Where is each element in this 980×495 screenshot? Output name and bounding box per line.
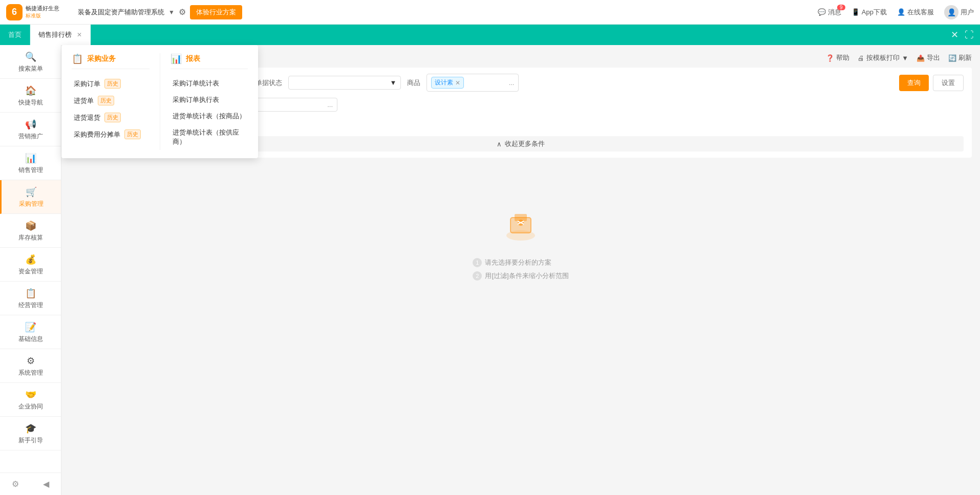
query-button[interactable]: 查询 — [899, 75, 929, 91]
sidebar-item-basic[interactable]: 📝 基础信息 — [0, 315, 61, 349]
sidebar-label-operation: 经营管理 — [18, 301, 43, 310]
tab-close-icon[interactable]: ✕ — [951, 29, 958, 40]
sidebar-item-operation[interactable]: 📋 经营管理 — [0, 282, 61, 315]
top-bar: 6 畅捷通好生意 标准版 装备及固定资产辅助管理系统 ▼ ⚙ 体验行业方案 💬 … — [0, 0, 980, 25]
tab-bar: 首页 销售排行榜 ✕ ✕ ⛶ — [0, 25, 980, 45]
sidebar-label-enterprise: 企业协同 — [18, 402, 43, 411]
sidebar-label-guide: 新手引导 — [18, 436, 43, 445]
report-col-title-text: 报表 — [186, 54, 200, 63]
online-service-button[interactable]: 👤 在线客服 — [897, 8, 934, 17]
status-select[interactable]: ▼ — [288, 76, 401, 90]
menu-item-receipt[interactable]: 进货单 历史 — [72, 92, 150, 109]
system-area: 装备及固定资产辅助管理系统 ▼ ⚙ 体验行业方案 — [78, 5, 818, 19]
sidebar-label-sales: 销售管理 — [18, 166, 43, 175]
enterprise-icon: 🤝 — [25, 389, 36, 400]
menu-item-po-exec[interactable]: 采购订单执行表 — [171, 92, 248, 108]
refresh-button[interactable]: 🔄 刷新 — [948, 53, 972, 62]
sidebar-label-basic: 基础信息 — [18, 335, 43, 343]
sidebar-item-inventory[interactable]: 📦 库存核算 — [0, 214, 61, 248]
tab-home-label: 首页 — [8, 30, 22, 39]
sidebar-item-enterprise[interactable]: 🤝 企业协同 — [0, 383, 61, 417]
logo-text-area: 畅捷通好生意 标准版 — [26, 5, 59, 19]
menu-label-po-exec: 采购订单执行表 — [173, 95, 219, 104]
menu-item-receipt-by-goods[interactable]: 进货单统计表（按商品） — [171, 108, 248, 124]
search-icon: 🔍 — [25, 51, 36, 62]
tab-sales-rank-close[interactable]: ✕ — [77, 31, 82, 38]
user-button[interactable]: 👤 用户 — [944, 5, 974, 19]
sidebar: 🔍 搜索菜单 🏠 快捷导航 📢 营销推广 📊 销售管理 🛒 采购管理 📦 库存核… — [0, 45, 61, 495]
sidebar-item-search[interactable]: 🔍 搜索菜单 — [0, 45, 61, 79]
top-bar-right: 💬 消息 9 📱 App下载 👤 在线客服 👤 用户 — [818, 5, 974, 19]
industry-button[interactable]: 体验行业方案 — [190, 5, 242, 19]
empty-icon — [500, 205, 541, 246]
sidebar-label-quick-nav: 快捷导航 — [18, 98, 43, 107]
sidebar-label-inventory: 库存核算 — [18, 233, 43, 242]
help-button[interactable]: ❓ 帮助 — [826, 53, 849, 62]
app-download-button[interactable]: 📱 App下载 — [851, 8, 887, 17]
tip-num-1: 1 — [473, 258, 482, 267]
menu-item-receipt-by-supplier[interactable]: 进货单统计表（按供应商） — [171, 124, 248, 150]
goods-tag-text: 设计素 — [435, 78, 453, 87]
settings-icon[interactable]: ⚙ — [179, 7, 186, 17]
goods-tag: 设计素 ✕ — [431, 77, 464, 89]
system-icon: ⚙ — [27, 355, 35, 367]
sidebar-label-capital: 资金管理 — [18, 267, 43, 276]
tab-sales-rank[interactable]: 销售排行榜 ✕ — [30, 25, 91, 45]
sales-icon: 📊 — [25, 153, 36, 164]
menu-label-receipt: 进货单 — [74, 96, 94, 105]
purchase-col-title-text: 采购业务 — [87, 54, 116, 63]
export-button[interactable]: 📤 导出 — [917, 53, 940, 62]
print-dropdown-icon[interactable]: ▼ — [902, 54, 908, 62]
marketing-icon: 📢 — [25, 119, 36, 130]
collapse-icon: ∧ — [497, 140, 502, 148]
sidebar-item-guide[interactable]: 🎓 新手引导 — [0, 417, 61, 450]
menu-item-expense[interactable]: 采购费用分摊单 历史 — [72, 126, 150, 143]
sidebar-settings-btn[interactable]: ⚙ — [12, 479, 19, 489]
message-button[interactable]: 💬 消息 9 — [818, 8, 841, 17]
menu-label-return: 进货退货 — [74, 113, 100, 122]
menu-item-po-stat[interactable]: 采购订单统计表 — [171, 75, 248, 92]
menu-label-po: 采购订单 — [74, 79, 100, 89]
help-icon: ❓ — [826, 54, 834, 62]
service-icon: 👤 — [897, 8, 905, 16]
sidebar-bottom: ⚙ ◀ — [0, 472, 61, 495]
goods-select[interactable]: 设计素 ✕ ... — [427, 74, 519, 92]
sidebar-item-purchase[interactable]: 🛒 采购管理 — [0, 180, 61, 214]
sidebar-item-quick-nav[interactable]: 🏠 快捷导航 — [0, 79, 61, 113]
print-button[interactable]: 🖨 按模板打印 ▼ — [858, 53, 908, 62]
user-avatar: 👤 — [944, 5, 958, 19]
sidebar-item-capital[interactable]: 💰 资金管理 — [0, 248, 61, 282]
message-badge: 9 — [837, 5, 845, 10]
tip-text-1: 请先选择要分析的方案 — [485, 256, 551, 269]
menu-item-return[interactable]: 进货退货 历史 — [72, 109, 150, 126]
sidebar-collapse-btn[interactable]: ◀ — [43, 479, 49, 489]
menu-label-receipt-by-supplier: 进货单统计表（按供应商） — [173, 128, 246, 146]
message-icon: 💬 — [818, 8, 826, 16]
app-download-icon: 📱 — [851, 8, 860, 16]
goods-dots[interactable]: ... — [509, 79, 515, 87]
print-icon: 🖨 — [858, 54, 864, 62]
collapse-label: 收起更多条件 — [505, 139, 545, 148]
sidebar-item-sales[interactable]: 📊 销售管理 — [0, 146, 61, 180]
tip-item-1: 1 请先选择要分析的方案 — [473, 256, 568, 269]
system-dropdown-icon[interactable]: ▼ — [168, 9, 175, 16]
menu-label-expense: 采购费用分摊单 — [74, 130, 120, 139]
menu-item-po[interactable]: 采购订单 历史 — [72, 75, 150, 92]
tab-home[interactable]: 首页 — [0, 25, 30, 45]
goods-tag-close[interactable]: ✕ — [455, 79, 460, 87]
report-col: 📊 报表 采购订单统计表 采购订单执行表 进货单统计表（按商品） 进货单统计表（… — [160, 53, 259, 150]
refresh-label: 刷新 — [958, 53, 972, 62]
app-download-label: App下载 — [862, 8, 887, 17]
sidebar-label-search: 搜索菜单 — [18, 64, 43, 73]
print-label: 按模板打印 — [866, 53, 900, 62]
status-label: 单据状态 — [255, 78, 282, 88]
sidebar-item-system[interactable]: ⚙ 系统管理 — [0, 349, 61, 383]
settings-button[interactable]: 设置 — [933, 75, 964, 91]
tab-bar-right: ✕ ⛶ — [951, 25, 980, 45]
menu-label-po-stat: 采购订单统计表 — [173, 79, 219, 88]
salesperson-dots[interactable]: ... — [327, 101, 333, 109]
sidebar-item-marketing[interactable]: 📢 营销推广 — [0, 113, 61, 146]
sidebar-label-system: 系统管理 — [18, 369, 43, 377]
tab-expand-icon[interactable]: ⛶ — [965, 30, 974, 40]
logo-icon: 6 — [6, 4, 23, 20]
